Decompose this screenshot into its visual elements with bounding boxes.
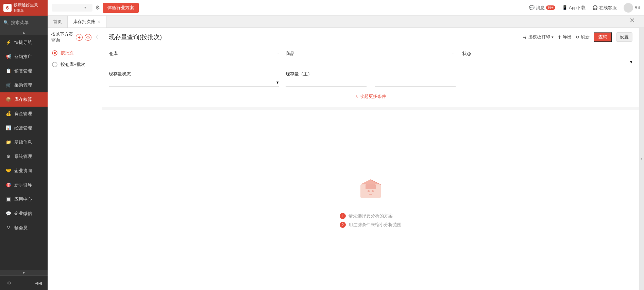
filter-row-2: 现存量状态 ▾ 现存量（主） — [109,71,632,87]
current-inventory-to[interactable] [375,78,456,87]
query-btn[interactable]: 查询 [594,32,612,42]
inventory-status-dropdown[interactable]: ▾ [109,78,279,87]
sidebar: 6 畅康通好生意 标准版 🔍 搜索菜单 ▲ ⚡ 快捷导航 📢 营销推广 📋 销售… [0,0,48,290]
messages-badge: 99+ [546,5,555,10]
settings-btn[interactable]: 设置 [616,32,632,42]
sidebar-item-label: 库存核算 [14,96,32,103]
svg-point-1 [54,52,56,54]
app-name: 畅康通好生意 [14,3,38,8]
sidebar-item-basic[interactable]: 📁 基础信息 [0,135,48,149]
app-download-label: App下载 [569,5,586,11]
system-icon: ⚙ [5,153,12,160]
current-inventory-from[interactable] [286,78,367,87]
guide-icon: 🎯 [5,182,12,188]
sidebar-item-finance[interactable]: 💰 资金管理 [0,107,48,121]
print-label: 按模板打印 [528,34,550,40]
filter-area: 仓库 ··· 商品 ··· [102,45,639,107]
scheme-item-by-batch[interactable]: 按批次 [48,47,102,59]
sidebar-item-label: 企业微信 [14,211,32,217]
tip-num-1: 1 [340,213,346,219]
topbar-search-input[interactable] [55,5,82,10]
headset-icon: 🎧 [592,5,598,10]
scheme-inactive-icon [52,61,58,68]
sidebar-item-label: 企业协同 [14,168,32,174]
tab-area-close-btn[interactable]: ✕ [629,16,639,24]
sidebar-item-enterprise[interactable]: 🤝 企业协同 [0,164,48,178]
scheme-panel: 按以下方案查询 + ⊙ 《 按批次 按仓库+批次 [48,28,102,290]
user-name: Rit [634,5,640,10]
product-more-icon[interactable]: ··· [452,51,456,56]
messages-btn[interactable]: 💬 消息 99+ [529,5,555,11]
sidebar-item-label: 采购管理 [14,82,32,88]
scheme-collapse-icon[interactable]: 《 [94,34,98,40]
user-profile-btn[interactable]: Rit [624,3,640,13]
search-menu-btn[interactable]: 🔍 搜索菜单 [3,18,44,27]
topbar-gear-icon[interactable]: ⚙ [95,4,100,11]
member-icon: V [5,225,12,231]
basic-icon: 📁 [5,139,12,145]
product-label: 商品 [286,51,294,57]
scheme-gear-btn[interactable]: ⊙ [85,34,91,41]
sidebar-search-area[interactable]: 🔍 搜索菜单 [0,16,48,30]
export-label: 导出 [563,34,572,40]
sidebar-item-guide[interactable]: 🎯 新手引导 [0,178,48,192]
tab-home[interactable]: 首页 [48,16,68,28]
sidebar-item-label: 营销推广 [14,54,32,60]
wechat-icon: 💬 [5,211,12,217]
svg-point-2 [52,62,57,67]
sidebar-item-shortcuts[interactable]: ⚡ 快捷导航 [0,35,48,50]
warehouse-input[interactable] [109,58,279,66]
main-content: 现存量查询(按批次) 🖨 按模板打印 ▾ ⬆ 导出 ↻ 刷新 [102,28,639,290]
export-btn[interactable]: ⬆ 导出 [558,34,572,40]
sidebar-scroll-down[interactable]: ▼ [0,270,48,275]
topbar-search-box[interactable]: ▾ [52,4,92,12]
settings-footer-btn[interactable]: ⚙ [5,279,13,287]
scheme-add-btn[interactable]: + [76,34,83,41]
sidebar-item-label: 经营管理 [14,125,32,131]
tabbar: 首页 库存批次账 ✕ ✕ [48,16,644,28]
scheme-header: 按以下方案查询 + ⊙ 《 [48,28,102,47]
sidebar-item-marketing[interactable]: 📢 营销推广 [0,50,48,64]
collapse-sidebar-btn[interactable]: ◀◀ [35,279,42,287]
sidebar-item-member[interactable]: V 畅会员 [0,221,48,235]
empty-tip-2: 2 用过滤条件来缩小分析范围 [340,220,402,229]
warehouse-label: 仓库 [109,51,118,57]
sidebar-item-wechat[interactable]: 💬 企业微信 [0,206,48,221]
status-dropdown[interactable]: ▾ [462,58,632,66]
tab-close-icon[interactable]: ✕ [97,20,101,24]
collapse-icon: ◀◀ [35,280,42,286]
filter-status: 状态 ▾ [462,51,632,66]
sidebar-item-label: 基础信息 [14,139,32,145]
sidebar-scroll-up[interactable]: ▲ [0,30,48,35]
filter-warehouse: 仓库 ··· [109,51,279,66]
sidebar-item-label: 畅会员 [14,225,28,231]
scheme-item-warehouse-batch[interactable]: 按仓库+批次 [48,59,102,70]
app-logo: 6 [3,4,12,12]
product-input[interactable] [286,58,456,66]
tip-num-2: 2 [340,222,346,228]
sidebar-item-apps[interactable]: 🔲 应用中心 [0,192,48,206]
refresh-btn[interactable]: ↻ 刷新 [576,34,590,40]
search-menu-label: 搜索菜单 [11,20,29,26]
status-label: 状态 [462,51,471,57]
finance-icon: 💰 [5,111,12,117]
sidebar-item-purchase[interactable]: 🛒 采购管理 [0,78,48,92]
scheme-title: 按以下方案查询 [51,31,76,43]
tip-text-1: 请先选择要分析的方案 [349,212,393,220]
warehouse-more-icon[interactable]: ··· [275,51,279,56]
tip-text-2: 用过滤条件来缩小分析范围 [349,220,402,229]
sidebar-item-inventory[interactable]: 📦 库存核算 [0,92,48,107]
purchase-icon: 🛒 [5,82,12,88]
collapse-more-btn[interactable]: ∧ 收起更多条件 [109,91,632,102]
svg-point-8 [372,190,374,192]
sidebar-item-sales[interactable]: 📋 销售管理 [0,64,48,78]
app-download-btn[interactable]: 📱 App下载 [562,5,586,11]
tab-inventory-batch[interactable]: 库存批次账 ✕ [68,16,106,28]
online-service-btn[interactable]: 🎧 在线客服 [592,5,617,11]
experience-btn[interactable]: 体验行业方案 [103,3,139,13]
current-inventory-range: — [286,78,456,87]
sidebar-item-operations[interactable]: 📊 经营管理 [0,121,48,135]
right-scroll[interactable]: › [639,28,644,290]
print-btn[interactable]: 🖨 按模板打印 ▾ [522,34,554,40]
sidebar-item-system[interactable]: ⚙ 系统管理 [0,149,48,164]
